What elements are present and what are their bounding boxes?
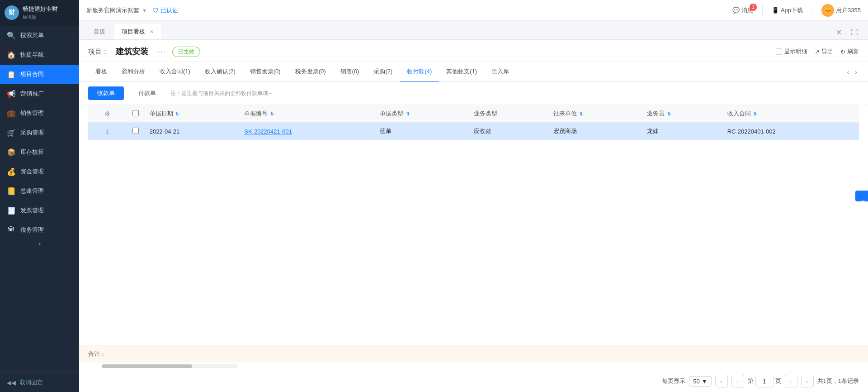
message-button[interactable]: 💬 消息 1 (732, 6, 753, 14)
sidebar-item-invoice[interactable]: 🧾 发票管理 (0, 201, 79, 220)
sub-tab-board[interactable]: 看板 (88, 62, 114, 82)
content-area: 项目： 建筑安装 ··· 已生效 显示明细 ↗ 导出 ↻ 刷新 (79, 40, 868, 392)
last-page-button[interactable]: » (801, 375, 814, 387)
sidebar-item-marketing[interactable]: 📢 营销推广 (0, 84, 79, 104)
home-icon: 🏠 (7, 51, 16, 59)
sidebar-item-label: 销售管理 (20, 109, 44, 117)
sidebar-item-tax[interactable]: 🏛 税务管理 (0, 220, 79, 239)
th-number[interactable]: 单据编号 ⇅ (239, 105, 374, 123)
table-row[interactable]: 1 2022-04-21 SK-20220421-001 蓝单 应收款 宏茂商场… (88, 123, 859, 140)
select-all-checkbox[interactable] (132, 110, 139, 116)
table-wrapper: ⚙ 单据日期 ⇅ 单据编号 ⇅ (79, 105, 868, 345)
message-icon: 💬 (732, 7, 740, 14)
app-download-label: App下载 (781, 6, 803, 14)
project-name: 建筑安装 (116, 46, 148, 57)
refresh-button[interactable]: ↻ 刷新 (840, 48, 859, 56)
divider (812, 6, 812, 15)
row-number-link[interactable]: SK-20220421-001 (239, 123, 374, 140)
sidebar-item-label: 搜索菜单 (20, 31, 44, 39)
topbar: 新服务官网演示账套 ▼ 🛡 已认证 💬 消息 1 📱 App下载 🐱 用户335… (79, 0, 868, 21)
app-logo: 财 (5, 5, 19, 20)
window-controls: ✕ ⛶ (833, 27, 861, 39)
app-edition: 标准版 (23, 14, 58, 20)
horizontal-scrollbar[interactable] (102, 364, 237, 368)
tab-home[interactable]: 首页 (86, 24, 113, 39)
sub-tab-payment[interactable]: 收付款(4) (400, 62, 439, 82)
sidebar-cancel-pin[interactable]: ◀◀ 取消固定 (0, 373, 79, 392)
page-number-input[interactable] (755, 375, 774, 387)
sub-tab-sales-invoice[interactable]: 销售发票(0) (243, 62, 288, 82)
sidebar-header: 财 畅捷通好业财 标准版 (0, 0, 79, 26)
account-selector[interactable]: 新服务官网演示账套 ▼ (86, 6, 147, 14)
scrollbar-thumb[interactable] (102, 364, 192, 368)
th-partner[interactable]: 往来单位 ⇅ (548, 105, 642, 123)
next-page-button[interactable]: › (785, 375, 797, 387)
sub-tab-income-confirm[interactable]: 收入确认(2) (198, 62, 243, 82)
inventory-icon: 📦 (7, 148, 16, 157)
gear-icon: ⚙ (104, 110, 110, 117)
cancel-pin-label: 取消固定 (19, 378, 43, 387)
th-contract[interactable]: 收入合同 ⇅ (722, 105, 859, 123)
page-size-selector[interactable]: 50 ▼ (689, 376, 711, 387)
sidebar-item-label: 资金管理 (20, 167, 44, 176)
first-page-button[interactable]: « (715, 375, 728, 387)
sub-tab-income-contract[interactable]: 收入合同(1) (152, 62, 198, 82)
receipt-tab-button[interactable]: 收款单 (88, 86, 124, 100)
scroll-indicator: ▲ (0, 239, 79, 248)
close-button[interactable]: ✕ (833, 27, 844, 38)
sidebar-item-purchase[interactable]: 🛒 采购管理 (0, 123, 79, 143)
row-checkbox[interactable] (132, 128, 139, 134)
more-options-icon[interactable]: ··· (157, 47, 167, 57)
payment-tab-button[interactable]: 付款单 (129, 86, 165, 100)
th-type[interactable]: 单据类型 ⇅ (374, 105, 468, 123)
sub-tab-warehouse[interactable]: 出入库 (484, 62, 516, 82)
certified-label: 已认证 (160, 6, 178, 14)
sub-tab-sales[interactable]: 销售(0) (333, 62, 367, 82)
show-detail-checkbox[interactable] (776, 48, 782, 55)
export-button[interactable]: ↗ 导出 (815, 48, 833, 56)
th-salesperson[interactable]: 业务员 ⇅ (642, 105, 722, 123)
sub-tab-nav: ‹ › (845, 66, 859, 78)
sub-tab-next-icon[interactable]: › (853, 66, 859, 78)
show-detail-toggle[interactable]: 显示明细 (776, 48, 807, 56)
sub-tab-tax-invoice[interactable]: 税务发票(0) (288, 62, 333, 82)
pagination: 每页显示 50 ▼ « ‹ 第 页 › » 共1页，1条记录 (79, 370, 868, 392)
prev-page-button[interactable]: ‹ (731, 375, 744, 387)
th-date[interactable]: 单据日期 ⇅ (144, 105, 239, 123)
sub-tab-purchase[interactable]: 采购(2) (366, 62, 400, 82)
page-size-value: 50 (693, 378, 699, 385)
sidebar-item-inventory[interactable]: 📦 库存核算 (0, 143, 79, 162)
user-profile[interactable]: 🐱 用户3355 (821, 4, 861, 17)
sidebar-item-sales[interactable]: 💼 销售管理 (0, 104, 79, 123)
purchase-icon: 🛒 (7, 129, 16, 137)
ledger-icon: 📒 (7, 187, 16, 196)
tab-project-board[interactable]: 项目看板 ✕ (114, 24, 161, 39)
feedback-button[interactable]: 反馈 (855, 191, 868, 201)
shield-icon: 🛡 (152, 7, 159, 14)
refresh-label: 刷新 (847, 48, 859, 56)
account-chevron-icon: ▼ (142, 8, 147, 13)
sort-icon: ⇅ (406, 111, 410, 116)
sidebar-item-quicknav[interactable]: 🏠 快捷导航 (0, 45, 79, 65)
message-badge: 1 (750, 4, 757, 11)
tab-close-icon[interactable]: ✕ (150, 29, 154, 34)
project-header: 项目： 建筑安装 ··· 已生效 显示明细 ↗ 导出 ↻ 刷新 (79, 40, 868, 62)
show-detail-label: 显示明细 (784, 48, 807, 56)
row-salesperson: 龙妹 (642, 123, 722, 140)
maximize-button[interactable]: ⛶ (848, 28, 861, 38)
th-gear[interactable]: ⚙ (88, 105, 127, 123)
document-link[interactable]: SK-20220421-001 (244, 128, 292, 135)
page-word: 第 (748, 377, 754, 385)
th-checkbox (127, 105, 144, 123)
sidebar-item-ledger[interactable]: 📒 总账管理 (0, 182, 79, 201)
total-page-info: 共1页，1条记录 (817, 377, 859, 385)
sub-tab-prev-icon[interactable]: ‹ (845, 66, 851, 78)
row-biz-type: 应收款 (468, 123, 548, 140)
sidebar-item-search[interactable]: 🔍 搜索菜单 (0, 26, 79, 45)
sub-tab-other[interactable]: 其他收支(1) (439, 62, 484, 82)
phone-icon: 📱 (772, 7, 779, 14)
app-download-button[interactable]: 📱 App下载 (772, 6, 803, 14)
sidebar-item-finance[interactable]: 💰 资金管理 (0, 162, 79, 182)
sub-tab-profit[interactable]: 盈利分析 (114, 62, 152, 82)
sidebar-item-project-contract[interactable]: 📋 项目合同 (0, 65, 79, 84)
